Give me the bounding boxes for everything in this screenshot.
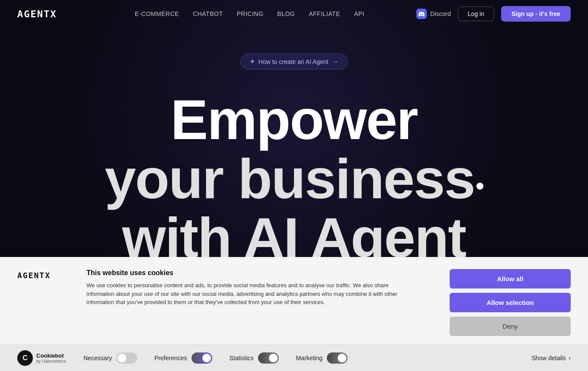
cookiebot-logo: C Cookiebot by Usercentrics [17, 350, 66, 366]
hero-title: Empower your business with AI Agent [105, 90, 483, 267]
nav-links: E-COMMERCE CHATBOT PRICING BLOG AFFILIAT… [83, 10, 416, 17]
category-necessary-label: Necessary [83, 355, 112, 361]
dot-decoration [476, 183, 483, 190]
cookie-main: AGENTX This website uses cookies We use … [0, 257, 588, 345]
chevron-right-icon: › [569, 354, 571, 362]
toggle-necessary[interactable] [116, 352, 137, 364]
cookie-consent-overlay: AGENTX This website uses cookies We use … [0, 257, 588, 371]
show-details-label: Show details [531, 355, 566, 361]
toggle-statistics[interactable] [258, 352, 279, 364]
signup-button[interactable]: Sign up - it's free [501, 6, 571, 22]
hero-section: ✦ How to create an AI Agent → Empower yo… [0, 28, 588, 267]
hero-line2-text: your business [105, 147, 474, 210]
category-necessary: Necessary [83, 352, 137, 364]
toggle-marketing[interactable] [327, 352, 348, 364]
toggle-thumb-statistics [269, 354, 278, 362]
hero-line2: your business [105, 149, 483, 209]
category-preferences: Preferences [154, 352, 212, 364]
show-details-button[interactable]: Show details › [531, 354, 571, 362]
deny-button[interactable]: Deny [450, 317, 571, 336]
toggle-track-statistics[interactable] [258, 352, 279, 364]
toggle-thumb-preferences [202, 354, 211, 362]
cookiebot-name: Cookiebot [36, 352, 66, 359]
nav-link-ecommerce[interactable]: E-COMMERCE [135, 10, 179, 17]
discord-label: Discord [430, 10, 451, 17]
allow-all-button[interactable]: Allow all [450, 269, 571, 289]
cookie-content: This website uses cookies We use cookies… [86, 269, 432, 336]
discord-icon [416, 9, 427, 19]
nav-link-affiliate[interactable]: AFFILIATE [309, 10, 340, 17]
cookie-description: We use cookies to personalise content an… [86, 281, 415, 307]
cookie-buttons: Allow all Allow selection Deny [450, 269, 571, 336]
badge-text: How to create an AI Agent [259, 58, 329, 65]
arrow-icon: → [332, 58, 339, 66]
category-preferences-label: Preferences [154, 355, 187, 361]
nav-link-chatbot[interactable]: CHATBOT [193, 10, 223, 17]
toggle-track-necessary[interactable] [116, 352, 137, 364]
cookie-categories: Necessary Preferences Statistics [83, 352, 514, 364]
category-marketing-label: Marketing [296, 355, 323, 361]
cookie-logo-text: AGENTX [17, 271, 51, 280]
toggle-thumb-marketing [338, 354, 346, 362]
cookiebot-brand: Cookiebot by Usercentrics [36, 352, 66, 364]
nav-link-api[interactable]: API [354, 10, 364, 17]
nav-right: Discord Log in Sign up - it's free [416, 6, 571, 22]
toggle-thumb-necessary [118, 354, 126, 362]
category-statistics: Statistics [230, 352, 279, 364]
cookie-footer: C Cookiebot by Usercentrics Necessary Pr… [0, 345, 588, 371]
category-statistics-label: Statistics [230, 355, 254, 361]
hero-badge[interactable]: ✦ How to create an AI Agent → [240, 54, 348, 70]
nav-link-blog[interactable]: BLOG [277, 10, 295, 17]
cookie-title: This website uses cookies [86, 269, 432, 277]
cookie-logo: AGENTX [17, 269, 69, 336]
login-button[interactable]: Log in [458, 6, 494, 21]
toggle-track-marketing[interactable] [327, 352, 348, 364]
toggle-track-preferences[interactable] [192, 352, 212, 364]
nav-logo: AGENTX [17, 9, 57, 19]
hero-line1: Empower [105, 90, 483, 149]
discord-button[interactable]: Discord [416, 9, 451, 19]
allow-selection-button[interactable]: Allow selection [450, 293, 571, 312]
toggle-preferences[interactable] [192, 352, 212, 364]
sparkle-icon: ✦ [249, 57, 255, 66]
cookiebot-sub: by Usercentrics [36, 359, 66, 364]
cookiebot-icon: C [17, 350, 33, 366]
navbar: AGENTX E-COMMERCE CHATBOT PRICING BLOG A… [0, 0, 588, 28]
category-marketing: Marketing [296, 352, 348, 364]
nav-link-pricing[interactable]: PRICING [236, 10, 263, 17]
